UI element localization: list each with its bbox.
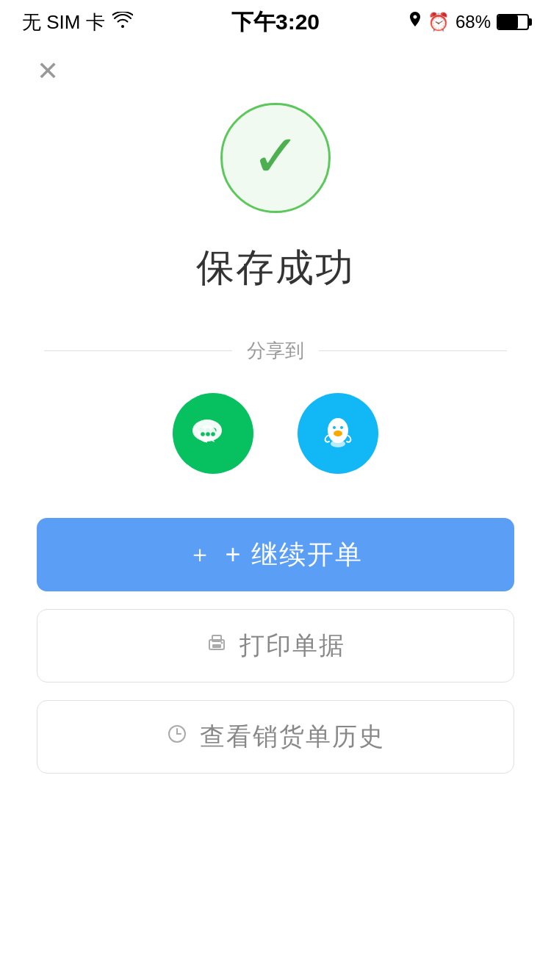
continue-label: + 继续开单	[225, 537, 362, 573]
success-title: 保存成功	[196, 242, 355, 294]
divider-right	[319, 350, 507, 351]
qq-share-button[interactable]	[298, 393, 378, 474]
history-icon	[166, 723, 188, 751]
alarm-icon: ⏰	[428, 12, 450, 32]
battery-icon	[497, 14, 529, 30]
continue-order-button[interactable]: ＋ + 继续开单	[37, 518, 514, 591]
close-button[interactable]: ✕	[29, 53, 66, 90]
svg-point-10	[333, 426, 336, 429]
close-icon: ✕	[37, 58, 59, 84]
print-label: 打印单据	[240, 629, 345, 663]
carrier-text: 无 SIM 卡	[22, 10, 105, 35]
wifi-icon	[112, 12, 133, 32]
status-right: ⏰ 68%	[408, 12, 529, 32]
status-time: 下午3:20	[231, 7, 320, 37]
checkmark-icon: ✓	[251, 127, 300, 186]
history-button[interactable]: 查看销货单历史	[37, 700, 514, 774]
svg-point-11	[340, 426, 343, 429]
svg-point-13	[331, 440, 345, 447]
print-button[interactable]: 打印单据	[37, 609, 514, 682]
success-circle: ✓	[220, 103, 331, 213]
battery-percent: 68%	[455, 12, 491, 32]
share-section: 分享到	[0, 338, 551, 474]
status-bar: 无 SIM 卡 下午3:20 ⏰ 68%	[0, 0, 551, 44]
share-icons-row	[173, 393, 378, 474]
svg-point-4	[201, 432, 205, 436]
svg-point-12	[334, 430, 342, 436]
svg-point-6	[211, 432, 215, 436]
divider-left	[44, 350, 232, 351]
svg-point-5	[206, 432, 210, 436]
status-left: 无 SIM 卡	[22, 10, 133, 35]
svg-point-17	[221, 642, 223, 644]
actions-section: ＋ + 继续开单 打印单据 查看销货单历	[0, 518, 551, 774]
main-content: ✓ 保存成功 分享到	[0, 44, 551, 774]
location-icon	[408, 12, 422, 32]
wechat-share-button[interactable]	[173, 393, 253, 474]
plus-icon: ＋	[188, 538, 213, 571]
svg-rect-16	[212, 644, 221, 648]
share-divider-row: 分享到	[0, 338, 551, 364]
history-label: 查看销货单历史	[200, 720, 385, 754]
print-icon	[206, 632, 228, 660]
share-label: 分享到	[232, 338, 319, 364]
